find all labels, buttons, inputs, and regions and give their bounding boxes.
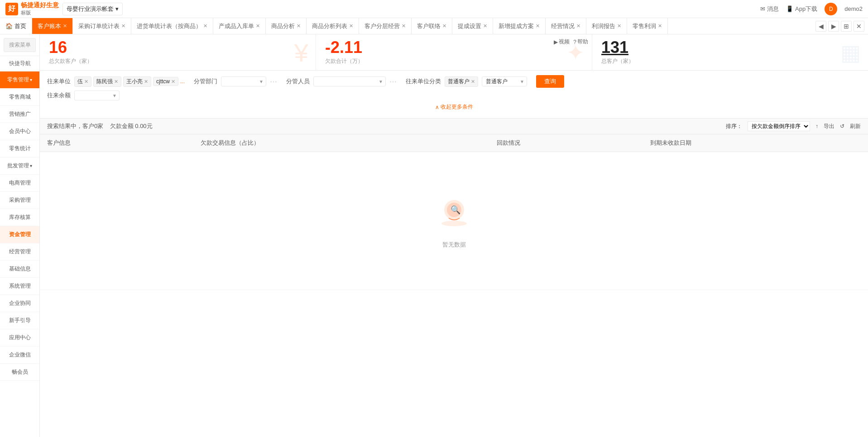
tab-profit-report[interactable]: 利润报告 ✕	[586, 18, 627, 34]
sidebar-item-basic-info[interactable]: 基础信息	[0, 261, 39, 278]
sidebar-label-retail-mgmt: 零售管理	[7, 76, 29, 84]
tab-close-reminder-settings[interactable]: ✕	[483, 23, 487, 29]
sidebar-item-app-center[interactable]: 应用中心	[0, 329, 39, 347]
video-btn[interactable]: ▶ 视频	[554, 38, 570, 46]
remain-select[interactable]	[74, 90, 120, 100]
nav-next-btn[interactable]: ▶	[828, 21, 839, 32]
refresh-button[interactable]: 刷新	[850, 123, 861, 130]
stat-card-total: ▦ 131 总客户（家）	[592, 34, 868, 70]
tab-product-list[interactable]: 商品分析列表 ✕	[307, 18, 359, 34]
results-bar: 搜索结果中，客户0家 欠款金额 0.00元 排序： 按欠款金额倒序排序 ↑ 导出…	[40, 119, 868, 134]
tab-close-customer-account[interactable]: ✕	[63, 23, 67, 29]
sidebar-label-finance: 资金管理	[9, 231, 31, 238]
sidebar-item-operations[interactable]: 经营管理	[0, 243, 39, 261]
stat-num-debt: -2.11	[325, 39, 363, 56]
store-selector[interactable]: 母婴行业演示帐套 ▾	[62, 3, 123, 15]
sidebar-item-finance[interactable]: 资金管理	[0, 226, 39, 243]
table-body: 🔍 暂无数据	[40, 152, 868, 290]
query-button[interactable]: 查询	[536, 75, 564, 88]
filter-more-tags[interactable]: ...	[180, 78, 185, 85]
unit-type-tag-close[interactable]: ✕	[471, 79, 475, 85]
sidebar-item-system-mgmt[interactable]: 系统管理	[0, 278, 39, 295]
sidebar-item-enterprise-wechat[interactable]: 企业微信	[0, 347, 39, 364]
tab-add-achievement[interactable]: 新增提成方案 ✕	[493, 18, 546, 34]
tab-business-status[interactable]: 经营情况 ✕	[546, 18, 586, 34]
filter-tag-1[interactable]: 陈民强 ✕	[93, 76, 121, 87]
tab-product-analysis[interactable]: 商品分析 ✕	[266, 18, 307, 34]
tab-cost-inbound[interactable]: 产成品入库单 ✕	[213, 18, 266, 34]
filter-area: 往来单位 伍 ✕ 陈民强 ✕ 王小亮 ✕ cjttcw	[40, 71, 868, 119]
tab-close-customer-contact[interactable]: ✕	[442, 23, 446, 29]
tag-close-0[interactable]: ✕	[84, 79, 88, 85]
sidebar-item-ecommerce[interactable]: 电商管理	[0, 175, 39, 192]
tab-close-customer-tier[interactable]: ✕	[402, 23, 406, 29]
dept-clear-icon[interactable]: ⋯	[270, 77, 277, 86]
quick-nav-button[interactable]: 快捷导航	[0, 56, 39, 71]
tag-close-3[interactable]: ✕	[171, 79, 175, 85]
tab-retail-profit[interactable]: 零售利润 ✕	[627, 18, 668, 34]
person-select[interactable]	[313, 76, 386, 86]
tab-close-inbound-stats[interactable]: ✕	[203, 23, 207, 29]
remain-label: 往来余额	[47, 91, 71, 100]
dept-select[interactable]	[221, 76, 266, 86]
sidebar-item-member-center[interactable]: 会员中心	[0, 123, 39, 140]
tag-close-2[interactable]: ✕	[144, 79, 148, 85]
sidebar-item-vip-member[interactable]: 畅会员	[0, 364, 39, 381]
sidebar-item-retail-mgmt[interactable]: 零售管理 ▾	[0, 71, 39, 89]
tag-close-1[interactable]: ✕	[114, 79, 118, 85]
filter-tag-2[interactable]: 王小亮 ✕	[123, 76, 151, 87]
logo-text: 畅捷通好生意	[21, 1, 59, 10]
tab-close-cost-inbound[interactable]: ✕	[256, 23, 260, 29]
stat-card-debt: ✦ -2.11 欠款合计（万） ▶ 视频 ? 帮助	[316, 34, 592, 70]
sidebar-label-purchase: 采购管理	[9, 197, 31, 203]
unit-type-select-wrap: 普通客户	[482, 76, 527, 86]
unit-type-select[interactable]: 普通客户	[482, 76, 527, 86]
nav-expand-btn[interactable]: ⊞	[841, 21, 852, 32]
sidebar-item-enterprise-collab[interactable]: 企业协同	[0, 295, 39, 312]
sidebar-item-newbie[interactable]: 新手引导	[0, 312, 39, 329]
sidebar-label-inventory: 库存核算	[9, 214, 31, 220]
stat-info-1: 16 总欠款客户（家）	[49, 39, 92, 65]
tab-purchase-order[interactable]: 采购订单统计表 ✕	[73, 18, 131, 34]
message-btn[interactable]: ✉ 消息	[760, 5, 779, 13]
app-download-btn[interactable]: 📱 App下载	[786, 5, 817, 13]
sidebar-item-retail-stats[interactable]: 零售统计	[0, 140, 39, 157]
sidebar-label-batch-mgmt: 批发管理	[7, 162, 29, 170]
tab-reminder-settings[interactable]: 提成设置 ✕	[452, 18, 493, 34]
logo-icon: 好	[5, 3, 18, 15]
stat-card-customers: ¥ 16 总欠款客户（家）	[40, 34, 316, 70]
sidebar-label-retail-stats: 零售统计	[9, 145, 31, 152]
filter-tag-0[interactable]: 伍 ✕	[74, 76, 91, 87]
filter-tag-3[interactable]: cjttcw ✕	[153, 77, 178, 86]
sidebar-item-marketing[interactable]: 营销推广	[0, 106, 39, 123]
tab-close-product-list[interactable]: ✕	[349, 23, 353, 29]
tab-close-profit-report[interactable]: ✕	[617, 23, 621, 29]
help-btn[interactable]: ? 帮助	[573, 38, 588, 46]
sidebar-label-retail-mall: 零售商城	[9, 94, 31, 100]
nav-tabs: 🏠 首页 客户账本 ✕ 采购订单统计表 ✕ 进货单统计表（按商品） ✕ 产成品入…	[0, 18, 868, 34]
tab-close-purchase-order[interactable]: ✕	[121, 23, 125, 29]
avatar[interactable]: D	[825, 3, 837, 15]
col-due-date: 到期未收款日期	[643, 134, 868, 152]
tab-customer-tier[interactable]: 客户分层经营 ✕	[359, 18, 412, 34]
tab-close-add-achievement[interactable]: ✕	[536, 23, 540, 29]
search-menu-button[interactable]: 搜索菜单	[4, 38, 36, 52]
sort-select[interactable]: 按欠款金额倒序排序	[748, 121, 810, 131]
tab-close-retail-profit[interactable]: ✕	[658, 23, 662, 29]
nav-prev-btn[interactable]: ◀	[815, 21, 826, 32]
sidebar-item-inventory[interactable]: 库存核算	[0, 209, 39, 226]
tab-close-business-status[interactable]: ✕	[576, 23, 580, 29]
sidebar-item-purchase[interactable]: 采购管理	[0, 192, 39, 209]
person-clear-icon[interactable]: ⋯	[389, 77, 397, 86]
tab-home[interactable]: 🏠 首页	[0, 18, 32, 34]
tab-customer-contact[interactable]: 客户联络 ✕	[412, 18, 452, 34]
sidebar-item-retail-mall[interactable]: 零售商城	[0, 89, 39, 106]
tab-close-product-analysis[interactable]: ✕	[297, 23, 301, 29]
export-button[interactable]: 导出	[824, 123, 834, 130]
unit-type-tag[interactable]: 普通客户 ✕	[445, 76, 478, 87]
sidebar-item-batch-mgmt[interactable]: 批发管理 ▾	[0, 157, 39, 175]
collapse-button[interactable]: ∧ 收起更多条件	[435, 103, 473, 111]
nav-close-all-btn[interactable]: ✕	[854, 21, 864, 32]
tab-customer-account[interactable]: 客户账本 ✕	[32, 18, 73, 34]
tab-inbound-stats[interactable]: 进货单统计表（按商品） ✕	[131, 18, 213, 34]
